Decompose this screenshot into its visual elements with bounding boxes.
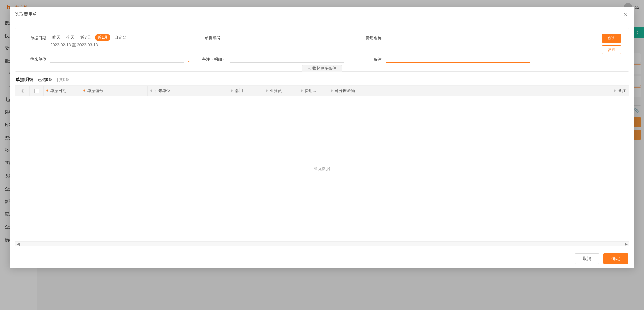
detail-header: 单据明细 已选0条 | 共0条 xyxy=(16,76,628,83)
col-amount-label: 可分摊金额 xyxy=(335,88,355,94)
scroll-left-icon[interactable]: ◀ xyxy=(16,242,20,246)
close-icon xyxy=(623,12,628,17)
date-tag-custom[interactable]: 自定义 xyxy=(112,34,128,41)
label-unit: 往来单位 xyxy=(23,55,46,62)
field-fee-name: 费用名称 … xyxy=(358,34,591,48)
fee-name-input[interactable] xyxy=(386,34,530,41)
table: 单据日期 单据编号 往来单位 部门 xyxy=(15,85,629,246)
col-no-label: 单据编号 xyxy=(87,88,103,94)
table-hscroll[interactable]: ◀ ▶ xyxy=(15,241,629,246)
col-checkbox[interactable] xyxy=(30,86,44,96)
col-unit[interactable]: 往来单位 xyxy=(148,86,228,96)
ok-button[interactable]: 确定 xyxy=(603,253,628,264)
date-range: 2023-02-18 至 2023-03-18 xyxy=(50,42,197,48)
field-date: 单据日期 昨天 今天 近7天 近1月 自定义 2023-02-18 至 2023… xyxy=(23,34,197,48)
cancel-button[interactable]: 取消 xyxy=(575,253,599,264)
col-amount[interactable]: 可分摊金额 xyxy=(328,86,361,96)
field-doc-no: 单据编号 xyxy=(197,34,358,48)
col-dept[interactable]: 部门 xyxy=(228,86,263,96)
date-tag-today[interactable]: 今天 xyxy=(64,34,76,41)
date-tag-week[interactable]: 近7天 xyxy=(78,34,93,41)
col-dept-label: 部门 xyxy=(235,88,243,94)
collapse-conditions-button[interactable]: 收起更多条件 xyxy=(302,65,342,72)
col-fee[interactable]: 费用... xyxy=(298,86,328,96)
date-tag-yesterday[interactable]: 昨天 xyxy=(50,34,62,41)
sort-icon xyxy=(331,89,333,93)
detail-tab[interactable]: 单据明细 xyxy=(16,76,33,83)
search-panel: 单据日期 昨天 今天 近7天 近1月 自定义 2023-02-18 至 2023… xyxy=(15,28,629,72)
close-button[interactable] xyxy=(622,11,629,18)
col-operator-label: 业务员 xyxy=(270,88,282,94)
col-remark[interactable]: 备注 xyxy=(361,86,629,96)
sort-icon xyxy=(614,89,616,93)
modal: 选取费用单 单据日期 昨天 今天 近7天 xyxy=(10,7,634,268)
col-gear[interactable] xyxy=(15,86,30,96)
label-doc-no: 单据编号 xyxy=(197,34,221,41)
selected-count: 已选0条 xyxy=(38,77,52,83)
gear-icon xyxy=(20,89,25,93)
label-date: 单据日期 xyxy=(23,34,46,41)
table-header: 单据日期 单据编号 往来单位 部门 xyxy=(15,86,629,96)
date-tag-month[interactable]: 近1月 xyxy=(95,34,111,41)
svg-point-0 xyxy=(22,90,23,92)
sort-icon xyxy=(83,89,86,93)
col-date[interactable]: 单据日期 xyxy=(44,86,80,96)
col-operator[interactable]: 业务员 xyxy=(263,86,298,96)
col-no[interactable]: 单据编号 xyxy=(80,86,148,96)
modal-footer: 取消 确定 xyxy=(10,249,634,268)
sort-icon xyxy=(150,89,153,93)
setting-button[interactable]: 设置 xyxy=(602,45,621,54)
field-remark: 备注 xyxy=(358,55,591,63)
query-button[interactable]: 查询 xyxy=(602,34,621,43)
label-fee-name: 费用名称 xyxy=(358,34,382,41)
modal-title: 选取费用单 xyxy=(15,11,37,17)
total-count: | 共0条 xyxy=(57,77,69,83)
checkbox-all[interactable] xyxy=(34,89,39,93)
col-fee-label: 费用... xyxy=(305,88,316,94)
doc-no-input[interactable] xyxy=(225,34,339,41)
col-unit-label: 往来单位 xyxy=(154,88,170,94)
collapse-conditions-label: 收起更多条件 xyxy=(312,66,336,71)
scroll-right-icon[interactable]: ▶ xyxy=(624,242,628,246)
scroll-track[interactable] xyxy=(20,243,624,245)
unit-input[interactable] xyxy=(50,55,184,63)
fee-name-lookup-button[interactable]: … xyxy=(532,37,536,41)
label-remark: 备注 xyxy=(358,55,382,62)
remark-input[interactable] xyxy=(386,55,530,63)
col-date-label: 单据日期 xyxy=(50,88,66,94)
field-remark-detail: 备注（明细） xyxy=(197,55,358,63)
sort-icon xyxy=(231,89,233,93)
table-empty: 暂无数据 xyxy=(15,96,629,241)
chevron-up-icon xyxy=(308,67,311,70)
field-unit: 往来单位 … xyxy=(23,55,197,63)
sort-icon xyxy=(46,89,49,93)
col-remark-label: 备注 xyxy=(618,88,626,94)
sort-icon xyxy=(301,89,303,93)
remark-detail-input[interactable] xyxy=(230,55,344,63)
label-remark-detail: 备注（明细） xyxy=(197,55,226,62)
modal-header: 选取费用单 xyxy=(10,7,634,21)
modal-overlay: 选取费用单 单据日期 昨天 今天 近7天 xyxy=(0,0,644,310)
unit-lookup-button[interactable]: … xyxy=(186,58,191,63)
sort-icon xyxy=(266,89,268,93)
